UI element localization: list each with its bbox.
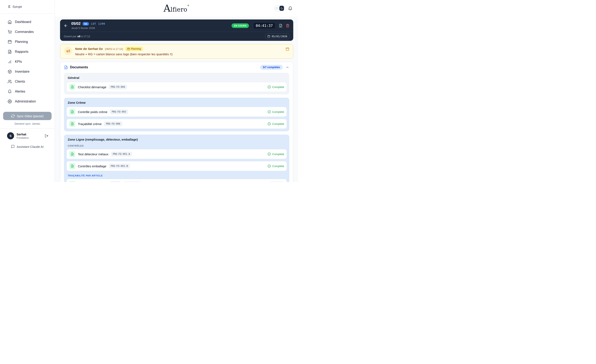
sidebar-item-commandes[interactable]: Commandes: [0, 27, 55, 37]
document-row-tracabilite-production[interactable]: Traçabilité production NE286 PRO-FO-002: [67, 179, 287, 182]
sidebar-item-inventaire[interactable]: Inventaire: [0, 67, 55, 77]
sync-section: Sync Odoo (pause) Derniere sync: Jamais: [0, 112, 55, 125]
section-title: Zone Ligne (remplissage, détecteur, emba…: [67, 137, 287, 144]
opened-by-suffix: à 17:12: [81, 35, 90, 38]
document-icon: [69, 151, 75, 157]
sidebar-item-administration[interactable]: Administration: [0, 97, 55, 106]
check-circle-icon: [268, 152, 271, 156]
note-card: Note de Serhat Oz (06/02 à 17:12) Planni…: [60, 44, 293, 59]
note-body: Note de Serhat Oz (06/02 à 17:12) Planni…: [75, 47, 283, 56]
sidebar-item-alertes[interactable]: Alertes: [0, 87, 55, 97]
dark-mode-option[interactable]: [279, 6, 284, 11]
nav-label: Dashboard: [15, 20, 31, 24]
document-code-badge: PRO-FO-002: [123, 182, 141, 182]
document-row-test-detecteur-metaux[interactable]: Test détecteur métaux PRO-FO-001-A Compl…: [67, 149, 287, 159]
nav-label: Inventaire: [15, 70, 30, 74]
document-label: Contrôle poids crème: [78, 110, 107, 114]
document-code-badge: PRO-FO-003: [110, 110, 128, 114]
main-area: Alfiero®: [55, 0, 298, 182]
users-icon: [8, 80, 12, 84]
documents-section-zone-creme: Zone Crème Contrôle poids crème PRO-FO-0…: [64, 98, 289, 131]
user-name: Serhat: [16, 133, 42, 136]
nav-label: Rapports: [15, 50, 28, 54]
document-status-label: Complété: [272, 110, 284, 113]
moon-icon: [280, 7, 283, 10]
user-meta: Serhat Fondateur: [16, 133, 42, 139]
shift-badge: S1: [83, 22, 89, 25]
opened-by-user: s9: [77, 35, 80, 38]
sync-odoo-button[interactable]: Sync Odoo (pause): [3, 112, 52, 120]
article-lot-badge: NE286: [110, 182, 121, 182]
cart-icon: [8, 30, 12, 34]
document-label: Traçabilité crème: [78, 122, 102, 126]
user-profile: S Serhat Fondateur: [0, 129, 55, 139]
delete-button[interactable]: [286, 24, 290, 28]
sidebar-item-kpis[interactable]: KPIs: [0, 57, 55, 67]
lot-value: 1299: [98, 22, 105, 25]
sidebar-nav: Dashboard Commandes Planning Rapports KP…: [0, 14, 55, 106]
refresh-icon: [11, 114, 15, 118]
document-label: Test détecteur métaux: [78, 152, 109, 156]
export-button[interactable]: [279, 24, 283, 28]
note-header-line: Note de Serhat Oz (06/02 à 17:12) Planni…: [75, 47, 283, 51]
nav-label: Commandes: [15, 30, 34, 34]
check-circle-icon: [268, 164, 271, 168]
check-circle-icon: [268, 122, 271, 126]
calendar-icon: [286, 47, 289, 51]
assistant-link[interactable]: Assistant Claude AI: [0, 145, 55, 149]
document-status: Complété: [268, 164, 284, 168]
documents-header[interactable]: Documents 5/7 complétés: [60, 62, 293, 73]
document-row-controle-poids-creme[interactable]: Contrôle poids crème PRO-FO-003 Complété: [67, 107, 287, 117]
theme-toggle[interactable]: [274, 5, 284, 11]
run-title-line: 05/02 S1 LOT 1299: [71, 22, 105, 26]
assistant-label: Assistant Claude AI: [16, 145, 44, 149]
light-mode-option[interactable]: [275, 6, 279, 11]
bell-icon: [8, 89, 12, 94]
document-row-tracabilite-creme[interactable]: Traçabilité crème PRO-FO-006 Complété: [67, 119, 287, 129]
documents-section-general: Général Checklist démarrage PRO-FO-004 C…: [64, 73, 289, 94]
chat-icon: [11, 145, 15, 149]
bell-icon: [288, 6, 292, 11]
megaphone-icon: [64, 47, 72, 55]
logo-text: Alfiero: [164, 4, 187, 13]
document-icon: [69, 181, 75, 182]
document-row-checklist-demarrage[interactable]: Checklist démarrage PRO-FO-004 Complété: [67, 82, 287, 92]
check-circle-icon: [268, 85, 271, 89]
trash-icon: [286, 24, 290, 28]
documents-card: Documents 5/7 complétés Général: [60, 62, 293, 182]
note-tag-label: Planning: [131, 47, 141, 50]
document-status: Complété: [268, 85, 284, 89]
document-row-controles-emballage[interactable]: Contrôles emballage PRO-FO-001-B Complét…: [67, 161, 287, 171]
run-card-bottom: Ouvert par s9 à 17:12 05/02/2026: [60, 32, 293, 41]
arrow-left-icon: [64, 24, 68, 28]
sidebar: Épinglé Dashboard Commandes Planning Rap…: [0, 0, 55, 182]
sidebar-pin-toggle[interactable]: Épinglé: [0, 0, 55, 14]
section-title: Zone Crème: [67, 100, 287, 107]
collapse-button[interactable]: [286, 66, 289, 69]
app-logo: Alfiero®: [164, 4, 189, 13]
sidebar-item-rapports[interactable]: Rapports: [0, 47, 55, 57]
notifications-button[interactable]: [288, 6, 292, 11]
date-picker-chip[interactable]: 05/02/2026: [265, 34, 290, 39]
sidebar-item-clients[interactable]: Clients: [0, 77, 55, 87]
calendar-icon: [267, 35, 270, 38]
nav-label: Administration: [15, 100, 36, 103]
document-icon: [69, 163, 75, 169]
gear-icon: [8, 99, 12, 104]
file-download-icon: [279, 24, 283, 28]
light-icon: [276, 7, 278, 9]
home-icon: [8, 20, 12, 24]
pin-icon: [8, 5, 11, 8]
document-label: Checklist démarrage: [78, 85, 106, 89]
opened-by-prefix: Ouvert par: [64, 35, 76, 38]
document-status: Complété: [268, 110, 284, 113]
run-date: 05/02: [71, 22, 81, 26]
user-role: Fondateur: [16, 136, 42, 139]
sync-button-label: Sync Odoo (pause): [17, 114, 44, 118]
sidebar-item-dashboard[interactable]: Dashboard: [0, 17, 55, 27]
note-calendar-button[interactable]: [286, 47, 289, 51]
logout-button[interactable]: [45, 134, 48, 138]
sidebar-item-planning[interactable]: Planning: [0, 37, 55, 47]
back-button[interactable]: [64, 24, 68, 28]
documents-section-zone-ligne: Zone Ligne (remplissage, détecteur, emba…: [64, 134, 289, 182]
